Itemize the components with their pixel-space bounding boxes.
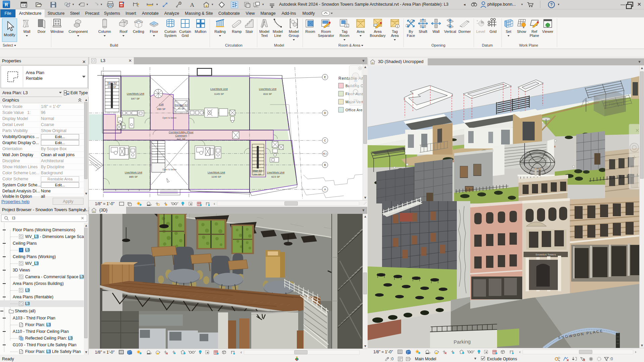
- svg-text:623 SF: 623 SF: [271, 175, 280, 178]
- svg-text:2D: 2D: [354, 79, 357, 82]
- svg-text:1: 1: [179, 2, 181, 4]
- svg-text:Live/Work Unit: Live/Work Unit: [210, 87, 228, 90]
- svg-text:A: A: [190, 2, 195, 8]
- svg-text:Elevator E2: Elevator E2: [175, 104, 188, 107]
- svg-text:647 SF: 647 SF: [131, 97, 140, 100]
- svg-text:248 SF: 248 SF: [108, 85, 116, 88]
- svg-text:B: B: [324, 163, 326, 167]
- svg-text:79 SF: 79 SF: [178, 107, 184, 110]
- svg-text:816 SF: 816 SF: [263, 93, 272, 96]
- svg-text:Office Area: Office Area: [345, 108, 363, 112]
- svg-text:885 SF: 885 SF: [129, 175, 138, 178]
- svg-text:Live/Work Unit: Live/Work Unit: [127, 92, 145, 95]
- svg-text:Common): Common): [175, 134, 187, 137]
- svg-text:1: 1: [346, 24, 348, 27]
- svg-text:Snowdon Towers: Snowdon Towers: [536, 253, 556, 256]
- svg-text:Open to below: Open to below: [162, 168, 176, 171]
- svg-text:Stair S2: Stair S2: [107, 81, 117, 84]
- svg-text:Loft: Loft: [159, 103, 164, 106]
- svg-text:B.1: B.1: [323, 153, 327, 155]
- svg-text:Live/Work Unit: Live/Work Unit: [259, 87, 277, 90]
- svg-text:FRONT: FRONT: [609, 102, 623, 107]
- svg-text:C: C: [324, 139, 326, 142]
- svg-text:R: R: [5, 2, 8, 7]
- svg-text:244 SF: 244 SF: [253, 173, 262, 176]
- svg-text:E: E: [324, 75, 326, 79]
- svg-text:1190 SF: 1190 SF: [211, 175, 221, 178]
- svg-text:1: 1: [397, 25, 398, 28]
- svg-text:A: A: [324, 188, 326, 191]
- svg-text:Open to below: Open to below: [162, 117, 176, 119]
- svg-text:?: ?: [550, 2, 552, 7]
- svg-text:Stair S3: Stair S3: [253, 169, 262, 172]
- svg-text:Live/Work Unit: Live/Work Unit: [125, 171, 143, 174]
- svg-text:Live/Work Unit: Live/Work Unit: [208, 171, 225, 174]
- svg-text:Live/Work Unit: Live/Work Unit: [267, 171, 285, 174]
- svg-text:1145 SF: 1145 SF: [214, 93, 224, 96]
- svg-text:Parking: Parking: [453, 339, 471, 345]
- svg-text:289 SF: 289 SF: [157, 108, 166, 111]
- svg-text:D: D: [324, 111, 326, 115]
- svg-text:841 SF: 841 SF: [177, 138, 185, 141]
- svg-text:Corridor/Utility (Floor: Corridor/Utility (Floor: [169, 131, 194, 134]
